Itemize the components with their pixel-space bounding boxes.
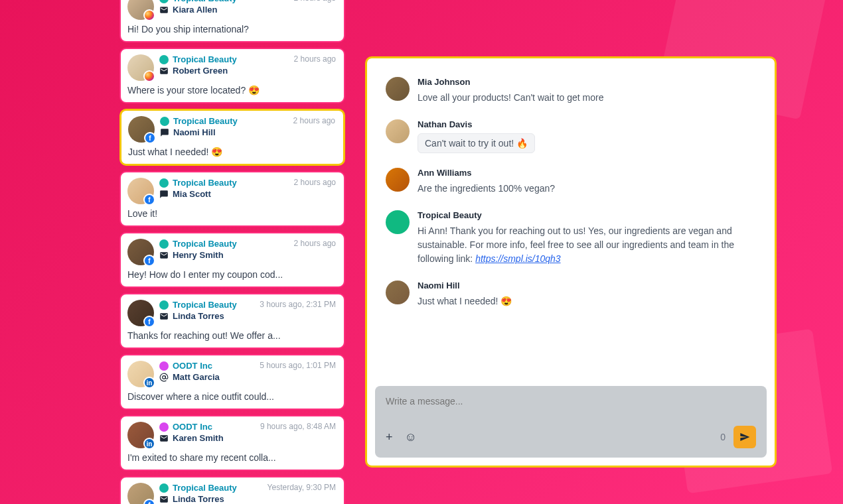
chat-text: Love all your products! Can't wait to ge… <box>418 91 756 105</box>
brand-dot-icon <box>159 0 169 3</box>
chat-sender-name: Tropical Beauty <box>418 210 756 220</box>
chat-message: Nathan Davis Can't wait to try it out! 🔥 <box>386 119 756 153</box>
timestamp: 3 hours ago, 2:31 PM <box>260 300 336 309</box>
avatar: f <box>127 483 154 504</box>
chat-message: Mia Johnson Love all your products! Can'… <box>386 77 756 105</box>
comment-icon <box>159 190 169 199</box>
avatar: f <box>127 300 154 326</box>
avatar: f <box>127 178 154 204</box>
chat-sender-name: Ann Williams <box>418 168 756 178</box>
timestamp: 2 hours ago <box>294 239 336 248</box>
brand-name: Tropical Beauty <box>173 54 237 64</box>
inbox-card[interactable]: 9 hours ago, 8:48 AM in OODT Inc Karen S… <box>119 415 345 471</box>
avatar <box>386 77 410 101</box>
attach-button[interactable]: + <box>386 430 393 444</box>
send-button[interactable] <box>733 426 756 448</box>
chat-message: Naomi Hill Just what I needed! 😍 <box>386 281 756 308</box>
brand-name: OODT Inc <box>173 361 212 371</box>
brand-name: Tropical Beauty <box>173 116 238 126</box>
chat-message: Tropical Beauty Hi Ann! Thank you for re… <box>386 210 756 266</box>
inbox-card[interactable]: 2 hours ago f Tropical Beauty Naomi Hill… <box>119 109 345 166</box>
inbox-card[interactable]: 5 hours ago, 1:01 PM in OODT Inc Matt Ga… <box>119 354 345 410</box>
avatar <box>127 54 154 81</box>
person-name: Naomi Hill <box>173 127 216 137</box>
fb-badge-icon: f <box>143 194 155 206</box>
envelope-icon <box>159 495 169 504</box>
person-name: Robert Green <box>173 66 228 76</box>
timestamp: 2 hours ago <box>294 54 336 64</box>
chat-message: Ann Williams Are the ingredients 100% ve… <box>386 168 756 196</box>
comment-icon <box>160 128 169 137</box>
envelope-icon <box>159 66 169 76</box>
brand-dot-icon <box>159 483 169 493</box>
char-count: 0 <box>720 432 726 442</box>
chat-sender-name: Naomi Hill <box>418 281 756 290</box>
brand-dot-icon <box>159 422 169 432</box>
inbox-card[interactable]: 2 hours ago Tropical Beauty Robert Green… <box>119 48 345 103</box>
inbox-card[interactable]: 2 hours ago Tropical Beauty Kiara Allen … <box>119 0 345 42</box>
person-name: Henry Smith <box>173 250 224 260</box>
chat-sender-name: Nathan Davis <box>418 119 756 129</box>
chat-text: Are the ingredients 100% vegan? <box>418 182 756 196</box>
brand-dot-icon <box>159 178 169 188</box>
ig-badge-icon <box>143 70 155 82</box>
message-preview: Thanks for reaching out! We offer a... <box>127 330 336 341</box>
avatar <box>386 210 410 234</box>
timestamp: 5 hours ago, 1:01 PM <box>260 361 336 370</box>
brand-dot-icon <box>159 361 169 371</box>
person-name: Linda Torres <box>173 494 224 504</box>
brand-name: Tropical Beauty <box>173 178 237 188</box>
inbox-card[interactable]: 2 hours ago f Tropical Beauty Henry Smit… <box>119 232 345 288</box>
person-name: Matt Garcia <box>173 372 220 382</box>
timestamp: 2 hours ago <box>293 116 335 125</box>
chat-bubble: Can't wait to try it out! 🔥 <box>418 133 535 153</box>
brand-name: Tropical Beauty <box>173 300 237 310</box>
message-preview: Discover where a nice outfit could... <box>127 391 336 402</box>
send-icon <box>739 432 750 442</box>
inbox-card[interactable]: 2 hours ago f Tropical Beauty Mia Scott … <box>119 171 345 227</box>
avatar <box>386 168 410 192</box>
li-badge-icon: in <box>143 377 155 389</box>
message-preview: Where is your store located? 😍 <box>127 85 336 95</box>
avatar: in <box>127 361 154 387</box>
chat-body: Mia Johnson Love all your products! Can'… <box>367 58 775 378</box>
envelope-icon <box>159 5 169 15</box>
inbox-card[interactable]: 3 hours ago, 2:31 PM f Tropical Beauty L… <box>119 293 345 349</box>
at-icon <box>159 373 169 382</box>
fb-badge-icon: f <box>143 255 155 267</box>
message-input[interactable] <box>386 396 756 407</box>
brand-name: Tropical Beauty <box>173 483 237 493</box>
message-preview: Hi! Do you ship international? <box>127 24 336 34</box>
chat-text: Hi Ann! Thank you for reaching out to us… <box>418 224 756 266</box>
chat-text: Just what I needed! 😍 <box>418 294 756 308</box>
emoji-button[interactable]: ☺ <box>405 430 417 444</box>
brand-dot-icon <box>160 117 169 126</box>
timestamp: Yesterday, 9:30 PM <box>268 483 336 492</box>
brand-dot-icon <box>159 239 169 249</box>
envelope-icon <box>159 251 169 260</box>
li-badge-icon: in <box>143 438 155 450</box>
message-preview: Hey! How do I enter my coupon cod... <box>127 269 336 280</box>
brand-dot-icon <box>159 300 169 310</box>
envelope-icon <box>159 434 169 443</box>
chat-panel: Mia Johnson Love all your products! Can'… <box>365 56 777 468</box>
person-name: Mia Scott <box>173 189 211 199</box>
message-preview: Just what I needed! 😍 <box>128 147 335 157</box>
avatar <box>386 281 410 304</box>
avatar <box>127 0 154 20</box>
brand-dot-icon <box>159 55 169 64</box>
inbox-card[interactable]: Yesterday, 9:30 PM f Tropical Beauty Lin… <box>119 476 345 504</box>
avatar: f <box>127 239 154 265</box>
chat-link[interactable]: https://smpl.is/10qh3 <box>475 253 560 264</box>
message-composer: + ☺ 0 <box>375 386 767 458</box>
fb-badge-icon: f <box>143 316 155 328</box>
plus-icon: + <box>386 430 393 444</box>
person-name: Linda Torres <box>173 311 224 321</box>
ig-badge-icon <box>143 9 155 21</box>
avatar <box>386 119 410 143</box>
inbox-list: 2 hours ago Tropical Beauty Kiara Allen … <box>119 0 345 504</box>
timestamp: 9 hours ago, 8:48 AM <box>260 422 336 431</box>
svg-point-0 <box>163 375 166 379</box>
brand-name: Tropical Beauty <box>173 0 237 3</box>
avatar: in <box>127 422 154 448</box>
